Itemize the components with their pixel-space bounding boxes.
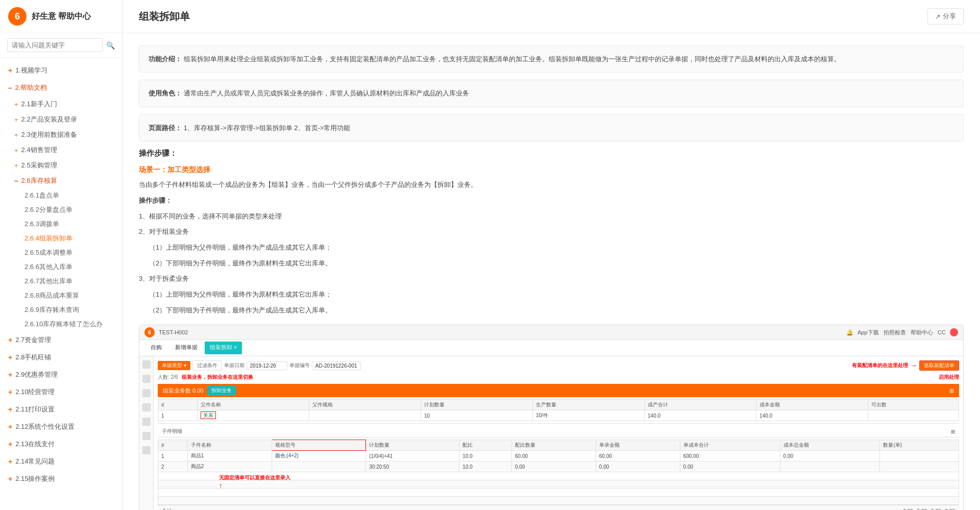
close-icon [950,328,958,336]
mock-topbar: 6 TEST-H002 🔔 App下载 拍照检查 帮助中心 CC [139,325,963,340]
type-toggle[interactable]: 拆卸业务 [207,386,236,395]
mock-form-content: 单据类型 ▾ 过滤条件 单据日期 2019-12-26 单据编号 AD-2019… [154,356,963,510]
nav-sub-sub-2-6: 2.6.1盘点单 2.6.2分量盘点单 2.6.3调拨单 2.6.4组装拆卸单 … [14,188,122,331]
step3-2: （2）下部明细为子件明细，最终作为产成品生成其它入库单。 [149,304,964,317]
sidebar-item-2-6-8[interactable]: 2.6.8商品成本重算 [20,288,122,303]
logo-area: 6 好生意 帮助中心 [0,0,122,33]
th-num: # [158,400,198,410]
th-parent-name: 父件名称 [197,400,309,410]
mock-icon-5 [142,418,151,426]
plus-icon-2-1: + [14,101,18,108]
search-box: 🔍 [0,33,122,58]
plus-icon-2-2: + [14,116,18,124]
child-table-row: 2 商品2 30:20:50 10.0 0.00 0.00 0.00 [158,462,959,472]
sidebar-item-video[interactable]: + 1.视频学习 [0,62,122,79]
role-label: 使用角色： [149,89,182,97]
sidebar-item-2-2[interactable]: + 2.2产品安装及登录 [14,112,122,127]
sidebar-item-2-15[interactable]: + 2.15操作案例 [0,470,122,488]
sidebar-item-2-6-4[interactable]: 2.6.4组装拆卸单 [20,231,122,246]
sidebar-item-2-11[interactable]: + 2.11打印设置 [0,401,122,418]
share-icon: ↗ [935,13,941,20]
child-table-header-row: 子件明细 ⊞ [158,426,959,438]
sidebar-item-2-6-6[interactable]: 2.6.6其他入库单 [20,260,122,274]
sidebar-item-2-6[interactable]: − 2.6库存核算 [14,173,122,188]
share-button[interactable]: ↗ 分享 [927,8,964,25]
mock-tab-home[interactable]: 自购 [144,341,168,355]
step2-details: （1）上部明细为父件明细，最终作为产成品生成其它入库单； （2）下部明细为子件明… [139,241,964,270]
step2: 2、对于组装业务 [139,226,964,238]
step3-details: （1）上部明细为父件明细，最终作为原材料生成其它出库单； （2）下部明细为子件明… [139,288,964,317]
plus-icon-2-4: + [14,147,18,154]
path-label: 页面路径： [149,124,182,132]
sidebar-item-2-3[interactable]: + 2.3使用前数据准备 [14,127,122,142]
table-divider [158,423,959,424]
th-parent-spec: 父件规格 [309,400,421,410]
plus-icon-2-3: + [14,131,18,139]
annotation-1-text: 有装配清单的在这里处理 [852,362,908,369]
mock-icon-1 [142,360,151,369]
mock-logo: 6 [144,327,155,337]
mock-left-icons [139,356,154,510]
sidebar-item-2-6-5[interactable]: 2.6.5成本调整单 [20,246,122,260]
plus-icon-2-5: + [14,162,18,169]
mock-bottom-row: 合计 0.00 0.00 0.00 0.00 [158,505,959,510]
scene-one-title: 场景一：加工类型选择 [139,165,964,175]
main-header: 组装拆卸单 ↗ 分享 [122,0,980,33]
sidebar-item-2-5[interactable]: + 2.5采购管理 [14,158,122,173]
plus-icon-2-9: + [8,371,12,379]
nav-list: + 1.视频学习 − 2.帮助文档 + 2.1新手入门 + 2.2产品安装及登录… [0,58,122,510]
search-input[interactable] [7,38,103,52]
mock-screenshot: 6 TEST-H002 🔔 App下载 拍照检查 帮助中心 CC 自购 新增单据… [139,325,963,510]
plus-icon-2-14: + [8,457,12,466]
intro-label: 功能介绍： [149,55,182,63]
mock-nav: 自购 新增单据 组装拆卸 × [139,340,963,356]
annotation-2-text: 组装业务，拆卸业务在这里切换 [182,374,253,381]
mock-tab-new[interactable]: 新增单据 [169,341,204,355]
child-table-wrapper: # 子件名称 规格型号 计划数量 配比 配比数量 单录金额 单成本合计 成本总金 [158,440,959,505]
mock-topbar-bell: 🔔 [846,329,853,336]
step3-1: （1）上部明细为父件明细，最终作为原材料生成其它出库单； [149,288,964,301]
path-block: 页面路径： 1、库存核算->库存管理->组装拆卸单 2、首页->常用功能 [139,114,964,141]
th-cost: 成本金额 [756,400,868,410]
sidebar-item-2-6-1[interactable]: 2.6.1盘点单 [20,188,122,203]
logo-text: 好生意 帮助中心 [32,11,91,22]
step1: 1、根据不同的业务，选择不同单据的类型来处理 [139,210,964,223]
annotation-4: 无固定清单可以直接在这里录入 ↑ [219,474,290,490]
plus-icon-2-11: + [8,405,12,414]
sidebar-item-2-14[interactable]: + 2.14常见问题 [0,453,122,470]
mock-btn-filter[interactable]: 过滤条件 [192,360,222,371]
sidebar-item-2-6-9[interactable]: 2.6.9库存账本查询 [20,303,122,317]
mock-tab-assembly[interactable]: 组装拆卸 × [205,342,242,354]
mock-btn-select-config[interactable]: 选取装配清单 [919,360,959,371]
mock-section-header: 组装业务数 0.00 拆卸业务 ⊞ [158,384,959,397]
mock-btn-add[interactable]: 单据类型 ▾ [158,361,190,370]
mock-persons-count: 人数: 2/6 [158,374,178,380]
table-row: 1 关东 10 10/件 140.0 140.0 [158,410,959,421]
sidebar-item-2-1[interactable]: + 2.1新手入门 [14,96,122,112]
sidebar-item-2-8[interactable]: + 2.8手机旺铺 [0,349,122,366]
plus-icon-2-12: + [8,423,12,431]
sidebar-item-2-7[interactable]: + 2.7资金管理 [0,331,122,349]
sidebar-item-docs[interactable]: − 2.帮助文档 [0,79,122,96]
sidebar-item-2-6-3[interactable]: 2.6.3调拨单 [20,217,122,231]
path-text: 1、库存核算->库存管理->组装拆卸单 2、首页->常用功能 [184,124,351,132]
search-button[interactable]: 🔍 [106,41,115,50]
plus-icon-2-10: + [8,388,12,396]
mock-icon-6 [142,432,151,440]
step2-2: （2）下部明细为子件明细，最终作为原材料生成其它出库单。 [149,257,964,270]
sidebar-item-2-9[interactable]: + 2.9优惠券管理 [0,366,122,383]
sidebar-item-2-6-10[interactable]: 2.6.10库存账本错了怎么办 [20,317,122,331]
sidebar-item-2-4[interactable]: + 2.4销售管理 [14,142,122,158]
sidebar-item-2-13[interactable]: + 2.13在线支付 [0,435,122,453]
sidebar-item-2-12[interactable]: + 2.12系统个性化设置 [0,418,122,435]
intro-text: 组装拆卸单用来处理企业组装或拆卸等加工业务，支持有固定装配清单的产品加工业务，也… [184,55,841,63]
parent-name-cell: 关东 [201,411,216,419]
mock-topbar-id: TEST-H002 [159,329,188,335]
sidebar-item-2-6-2[interactable]: 2.6.2分量盘点单 [20,203,122,217]
scene-one-desc: 当由多个子件材料组装成一个成品的业务为【组装】业务，当由一个父件拆分成多个子产品… [139,179,964,191]
sidebar-item-2-6-7[interactable]: 2.6.7其他出库单 [20,274,122,288]
th-prod-qty: 生产数量 [532,400,644,410]
sidebar-item-2-10[interactable]: + 2.10经营管理 [0,383,122,401]
arrow-up-icon: ↑ [219,481,223,490]
step2-1: （1）上部明细为父件明细，最终作为产成品生成其它入库单； [149,241,964,254]
